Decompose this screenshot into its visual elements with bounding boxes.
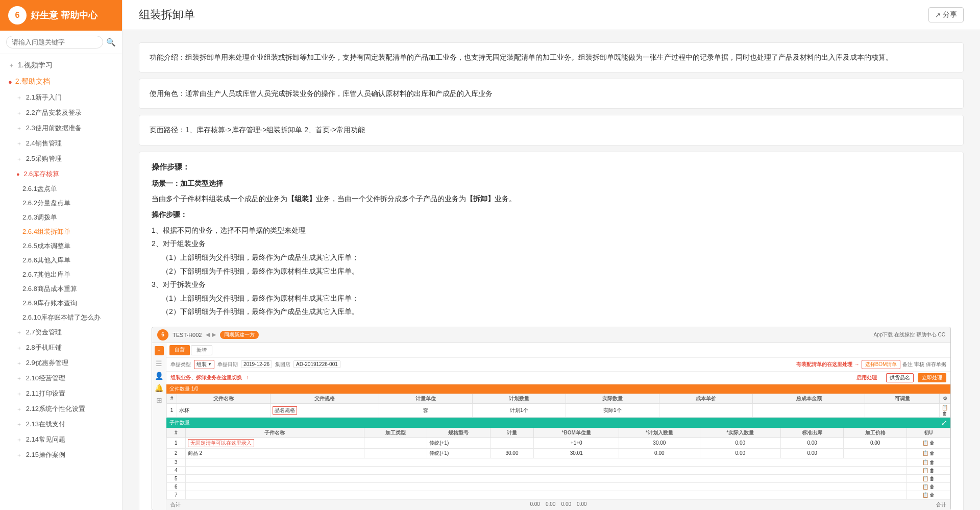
td-name: 水杯 <box>177 403 271 417</box>
role-text: 使用角色：通常由生产人员或库管人员完成拆装业务的操作，库管人员确认原材料的出库和… <box>150 87 953 100</box>
ltd-empty6 <box>185 482 906 491</box>
search-icon[interactable]: 🔍 <box>106 38 116 47</box>
sidebar-item-2-15[interactable]: ＋ 2.15操作案例 <box>0 447 122 463</box>
share-icon: ↗ <box>935 11 941 19</box>
sidebar-item-2-6-5[interactable]: 2.6.5成本调整单 <box>0 239 122 253</box>
sidebar-item-2-14[interactable]: ＋ 2.14常见问题 <box>0 432 122 447</box>
plus-icon: ＋ <box>8 61 15 70</box>
steps-subtitle: 操作步骤： <box>152 210 951 220</box>
bom-select-btn[interactable]: 选择BOM清单 <box>862 360 901 369</box>
sidebar-item-2-6[interactable]: ● 2.6库存核算 <box>0 166 122 182</box>
nav-group-1: ＋ 1.视频学习 <box>0 57 122 74</box>
plus-icon-small: ＋ <box>16 452 22 458</box>
sidebar-item-2-6-2[interactable]: 2.6.2分量盘点单 <box>0 196 122 210</box>
ltd-op3: 📋 🗑 <box>906 458 950 466</box>
intro-text: 功能介绍：组装拆卸单用来处理企业组装或拆卸等加工业务，支持有固定装配清单的产品加… <box>150 51 953 64</box>
td-unit-val: 套 <box>379 403 472 417</box>
sidebar-item-2-4[interactable]: ＋ 2.4销售管理 <box>0 136 122 151</box>
form-type-select[interactable]: 组装 ▼ <box>194 360 214 369</box>
plus-icon-small: ＋ <box>16 110 22 116</box>
ltd-6: 6 <box>167 482 186 491</box>
icon-list[interactable]: ☰ <box>156 359 162 368</box>
sku-highlight[interactable]: 品名规格 <box>273 406 297 415</box>
status-left: 合计 <box>170 501 181 508</box>
lth-sku: 规格型号 <box>427 428 490 438</box>
ltd-op4: 📋 🗑 <box>906 466 950 474</box>
th-actual-qty: 实际数量 <box>566 394 659 403</box>
sidebar-item-2-6-7[interactable]: 2.6.7其他出库单 <box>0 268 122 282</box>
app-logo: 6 <box>157 329 168 341</box>
th-op: ⚙ <box>940 394 950 403</box>
sidebar-item-2-8[interactable]: ＋ 2.8手机旺铺 <box>0 340 122 355</box>
lth-no: # <box>167 428 186 438</box>
tab-main[interactable]: 自营 <box>169 345 190 355</box>
steps-section: 操作步骤： 场景一：加工类型选择 当由多个子件材料组装成一个成品的业务为【组装】… <box>139 152 964 510</box>
sidebar-item-2-3[interactable]: ＋ 2.3使用前数据准备 <box>0 120 122 136</box>
sidebar-item-2-6-1[interactable]: 2.6.1盘点单 <box>0 182 122 196</box>
ltd-empty7 <box>185 491 906 499</box>
ltd-4: 4 <box>167 466 186 474</box>
dropdown-arrow: ▼ <box>208 362 212 367</box>
sidebar-item-2-6-10[interactable]: 2.6.10库存账本错了怎么办 <box>0 310 122 325</box>
lth-plan: *计划入数量 <box>619 428 700 438</box>
upper-table-title: 父件数量 1/0 <box>169 385 199 393</box>
sidebar-item-2-5[interactable]: ＋ 2.5采购管理 <box>0 151 122 166</box>
sidebar-item-2-11[interactable]: ＋ 2.11打印设置 <box>0 386 122 401</box>
form-doc-value: AD-20191226-001 <box>293 360 340 368</box>
ltd-op6: 📋 🗑 <box>906 482 950 491</box>
search-box: 🔍 <box>0 31 122 54</box>
sidebar-item-2-7[interactable]: ＋ 2.7资金管理 <box>0 325 122 340</box>
ltd-empty4 <box>185 466 906 474</box>
ltd-1: 1 <box>167 438 186 448</box>
lth-unit: 计量 <box>490 428 534 438</box>
sidebar-item-2-9[interactable]: ＋ 2.9优惠券管理 <box>0 355 122 371</box>
ltd-op5: 📋 🗑 <box>906 474 950 482</box>
icon-bell[interactable]: 🔔 <box>155 384 163 392</box>
icon-grid[interactable]: ⊞ <box>156 396 162 404</box>
ltd-2: 2 <box>167 448 186 458</box>
arrow-right: → <box>854 361 860 367</box>
ltd-op2: 📋 🗑 <box>906 448 950 458</box>
share-button[interactable]: ↗ 分享 <box>928 7 964 22</box>
sidebar-item-2-6-4[interactable]: 2.6.4组装拆卸单 <box>0 225 122 239</box>
tab-new[interactable]: 新增 <box>191 345 212 355</box>
ltd-actual2: 0.00 <box>700 448 780 458</box>
sidebar-item-2-6-8[interactable]: 2.6.8商品成本重算 <box>0 282 122 296</box>
ltd-name2: 商品 2 <box>185 448 364 458</box>
ltd-5: 5 <box>167 474 186 482</box>
lower-section-header: 子件数量 ⤢ <box>166 418 950 428</box>
sidebar-item-2-1[interactable]: ＋ 2.1新手入门 <box>0 90 122 105</box>
app-input-small[interactable]: 供货品名 <box>886 373 914 382</box>
ltd-op7: 📋 🗑 <box>906 491 950 499</box>
icon-home[interactable]: ⌂ <box>155 346 164 355</box>
sidebar-item-2-13[interactable]: ＋ 2.13在线支付 <box>0 417 122 432</box>
sidebar-item-2-2[interactable]: ＋ 2.2产品安装及登录 <box>0 105 122 120</box>
plus-icon-small: ＋ <box>16 360 22 366</box>
expand-icon[interactable]: ⤢ <box>941 419 947 427</box>
sidebar-item-2-12[interactable]: ＋ 2.12系统个性化设置 <box>0 401 122 417</box>
plus-icon-small: ＋ <box>16 345 22 351</box>
sidebar-item-help-docs[interactable]: ● 2.帮助文档 <box>0 74 122 90</box>
annotation-middle-left: 组装业务、拆卸业务在这里切换 <box>170 374 242 381</box>
sidebar-item-video[interactable]: ＋ 1.视频学习 <box>0 57 122 74</box>
td-plan-val: 计划1个 <box>472 403 566 417</box>
annotation-area-top: 有装配清单的在这里处理 → 选择BOM清单 备注 审核 保存单据 <box>796 360 946 369</box>
plus-icon-small: ＋ <box>16 436 22 443</box>
td-actual-val: 实际1个 <box>566 403 659 417</box>
app-store-id: TEST-H002 <box>173 332 202 338</box>
ltd-empty3 <box>185 458 906 466</box>
sidebar-item-2-6-9[interactable]: 2.6.9库存账本查询 <box>0 296 122 310</box>
sidebar-item-2-10[interactable]: ＋ 2.10经营管理 <box>0 371 122 386</box>
plus-icon-small: ＋ <box>16 94 22 101</box>
icon-person[interactable]: 👤 <box>155 372 163 380</box>
ltd-op1: 📋 🗑 <box>906 438 950 448</box>
app-tabs-row: 自营 新增 <box>166 343 950 358</box>
form-label-date: 单据日期 <box>217 361 238 368</box>
search-input[interactable] <box>6 36 103 48</box>
app-new-btn[interactable]: 同期新建一方 <box>220 331 259 339</box>
sidebar-item-2-6-3[interactable]: 2.6.3调拨单 <box>0 210 122 225</box>
sidebar-item-2-6-6[interactable]: 2.6.6其他入库单 <box>0 253 122 268</box>
ltd-type1 <box>364 438 427 448</box>
app-nav-arrows: ◀ ▶ <box>206 331 215 338</box>
confirm-btn[interactable]: 立即处理 <box>918 373 946 382</box>
